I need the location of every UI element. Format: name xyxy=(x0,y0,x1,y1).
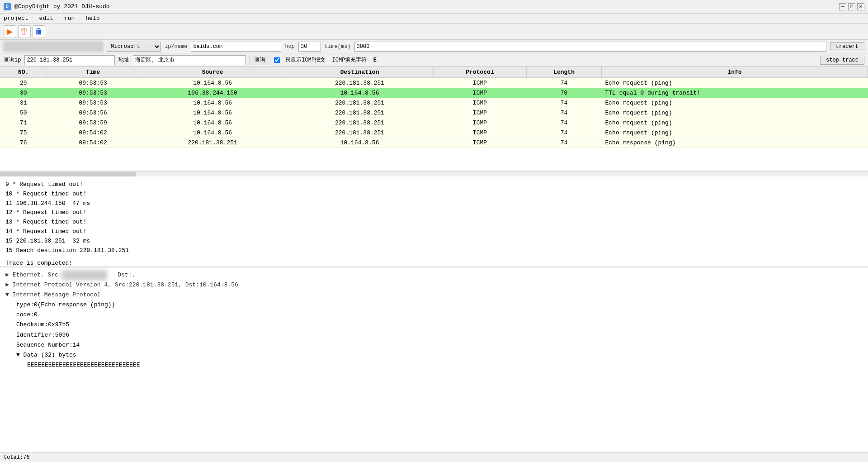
stop-trace-button[interactable]: stop trace xyxy=(820,56,864,65)
table-header-row: NO. Time Source Destination Protocol Len… xyxy=(0,67,868,78)
cell-protocol: ICMP xyxy=(433,128,526,138)
detail-code[interactable]: code:0 xyxy=(5,310,863,320)
cell-no: 71 xyxy=(0,118,47,128)
cell-info: Echo request (ping) xyxy=(601,108,868,118)
config-bar: Microsoft ip/name hop time(ms) tracert xyxy=(0,40,868,53)
cell-dest: 220.181.38.251 xyxy=(286,128,433,138)
table-row[interactable]: 3109:53:5310.164.8.56220.181.38.251ICMP7… xyxy=(0,98,868,108)
time-input[interactable] xyxy=(354,42,826,52)
detail-data-value[interactable]: EEEEEEEEEEEEEEEEEEEEEEEEEEEEEEEE xyxy=(5,360,863,370)
ip-name-input[interactable] xyxy=(191,42,281,52)
total-label: total: xyxy=(4,454,23,461)
cell-protocol: ICMP xyxy=(433,118,526,128)
cell-time: 09:54:02 xyxy=(47,138,139,148)
table-row[interactable]: 5009:53:5610.164.8.56220.181.38.251ICMP7… xyxy=(0,108,868,118)
col-destination: Destination xyxy=(286,67,433,78)
play-button[interactable]: ▶ xyxy=(4,25,16,38)
console-line: 10 * Request timed out! xyxy=(5,190,863,199)
console-line: 11 106.38.244.150 47 ms xyxy=(5,199,863,209)
cell-protocol: ICMP xyxy=(433,98,526,108)
table-row[interactable]: 2909:53:5310.164.8.56220.181.38.251ICMP7… xyxy=(0,78,868,88)
delete2-button[interactable]: 🗑 xyxy=(33,25,45,38)
tracert-button[interactable]: tracert xyxy=(830,42,864,51)
data-value-text: EEEEEEEEEEEEEEEEEEEEEEEEEEEEEEEE xyxy=(27,362,140,368)
addr-result[interactable] xyxy=(133,55,246,65)
maximize-button[interactable]: □ xyxy=(848,3,855,10)
cell-source: 220.181.38.251 xyxy=(139,138,286,148)
adapter-select[interactable]: Microsoft xyxy=(107,42,161,52)
total-value: 76 xyxy=(23,454,29,461)
menu-run[interactable]: run xyxy=(62,14,76,23)
cell-source: 10.164.8.56 xyxy=(139,108,286,118)
packet-detail: ► Ethernet, Src: Dst:. ► Internet Protoc… xyxy=(0,267,868,452)
addr-label: 地址 xyxy=(118,56,129,64)
cell-protocol: ICMP xyxy=(433,78,526,88)
cell-protocol: ICMP xyxy=(433,88,526,98)
cell-source: 10.164.8.56 xyxy=(139,98,286,108)
hop-label: hop xyxy=(285,43,295,50)
cell-dest: 220.181.38.251 xyxy=(286,78,433,88)
ethernet-expand-icon: ► xyxy=(5,271,13,278)
horizontal-scrollbar[interactable] xyxy=(0,171,868,176)
cell-no: 76 xyxy=(0,138,47,148)
ip-name-label: ip/name xyxy=(165,43,187,50)
menu-project[interactable]: project xyxy=(2,14,30,23)
cell-time: 09:54:02 xyxy=(47,128,139,138)
type-text: type:0(Echo response (ping)) xyxy=(16,301,115,308)
hop-input[interactable] xyxy=(298,42,321,52)
console-line: 15 Reach destination 220.181.38.251 xyxy=(5,246,863,256)
packet-table-container: NO. Time Source Destination Protocol Len… xyxy=(0,67,868,171)
console-line: 14 * Request timed out! xyxy=(5,227,863,237)
cell-time: 09:53:56 xyxy=(47,108,139,118)
col-info: Info xyxy=(601,67,868,78)
cell-info: Echo response (ping) xyxy=(601,138,868,148)
packet-table: NO. Time Source Destination Protocol Len… xyxy=(0,67,868,148)
table-row[interactable]: 7509:54:0210.164.8.56220.181.38.251ICMP7… xyxy=(0,128,868,138)
cell-info: Echo request (ping) xyxy=(601,98,868,108)
adapter-display xyxy=(4,42,103,52)
cell-source: 10.164.8.56 xyxy=(139,128,286,138)
table-row[interactable]: 7109:53:5910.164.8.56220.181.38.251ICMP7… xyxy=(0,118,868,128)
cell-time: 09:53:53 xyxy=(47,78,139,88)
detail-ipv4[interactable]: ► Internet Protocol Version 4, Src:220.1… xyxy=(5,280,863,290)
detail-checksum[interactable]: Checksum:0x97b5 xyxy=(5,320,863,330)
cell-dest: 10.164.8.56 xyxy=(286,88,433,98)
app-title: @CopyRight by 2021 DJH-sudo xyxy=(14,3,110,10)
query-button[interactable]: 查询 xyxy=(250,55,270,65)
toolbar: ▶ 🗑 🗑 xyxy=(0,24,868,40)
detail-icmp[interactable]: ▼ Internet Message Protocol xyxy=(5,290,863,300)
icmp-checkbox[interactable] xyxy=(274,55,280,65)
menu-edit[interactable]: edit xyxy=(38,14,55,23)
query-ip-result[interactable] xyxy=(24,55,115,65)
hscroll-thumb[interactable] xyxy=(0,172,136,176)
query-ip-label: 查询ip xyxy=(4,56,21,64)
cell-length: 70 xyxy=(527,88,602,98)
cell-info: Echo request (ping) xyxy=(601,78,868,88)
query-bar: 查询ip 地址 查询 只显示ICMP报文 ICMP填充字符 E stop tra… xyxy=(0,53,868,67)
detail-sequence[interactable]: Sequence Number:14 xyxy=(5,340,863,350)
detail-type[interactable]: type:0(Echo response (ping)) xyxy=(5,300,863,310)
cell-protocol: ICMP xyxy=(433,138,526,148)
cell-length: 74 xyxy=(527,138,602,148)
cell-info: Echo request (ping) xyxy=(601,118,868,128)
cell-source: 10.164.8.56 xyxy=(139,78,286,88)
delete1-button[interactable]: 🗑 xyxy=(18,25,31,38)
detail-identifier[interactable]: Identifier:5096 xyxy=(5,330,863,340)
table-row[interactable]: 3009:53:53106.38.244.15010.164.8.56ICMP7… xyxy=(0,88,868,98)
detail-data[interactable]: ▼ Data (32) bytes xyxy=(5,350,863,360)
cell-info: TTL equal 0 during transit! xyxy=(601,88,868,98)
packet-table-body: 2909:53:5310.164.8.56220.181.38.251ICMP7… xyxy=(0,78,868,148)
ipv4-expand-icon: ► xyxy=(5,281,13,288)
col-source: Source xyxy=(139,67,286,78)
cell-no: 30 xyxy=(0,88,47,98)
close-button[interactable]: ✕ xyxy=(857,3,864,10)
col-time: Time xyxy=(47,67,139,78)
minimize-button[interactable]: ─ xyxy=(839,3,846,10)
cell-dest: 10.164.8.56 xyxy=(286,138,433,148)
menu-help[interactable]: help xyxy=(84,14,101,23)
detail-ethernet[interactable]: ► Ethernet, Src: Dst:. xyxy=(5,270,863,280)
col-protocol: Protocol xyxy=(433,67,526,78)
table-row[interactable]: 7609:54:02220.181.38.25110.164.8.56ICMP7… xyxy=(0,138,868,148)
col-length: Length xyxy=(527,67,602,78)
icmp-label: 只显示ICMP报文 ICMP填充字符 E xyxy=(285,56,377,64)
